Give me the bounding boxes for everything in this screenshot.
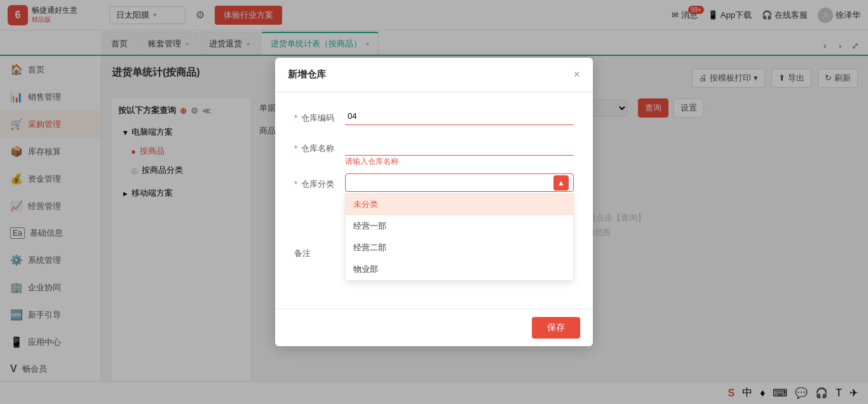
code-input[interactable]	[345, 107, 574, 125]
modal-overlay[interactable]: 新增仓库 × * 仓库编码 * 仓库名称 请输入仓库名称	[0, 0, 868, 404]
form-row-code: * 仓库编码	[294, 107, 574, 125]
dropdown-item-dept3[interactable]: 物业部	[346, 259, 573, 280]
warehouse-modal: 新增仓库 × * 仓库编码 * 仓库名称 请输入仓库名称	[275, 58, 593, 346]
category-label: * 仓库分类	[294, 173, 345, 190]
category-select-wrapper: ▲ 未分类 经营一部 经营二部 物业部	[345, 173, 574, 192]
name-label: * 仓库名称	[294, 138, 345, 154]
dropdown-item-dept1[interactable]: 经营一部	[346, 215, 573, 237]
code-label: * 仓库编码	[294, 107, 345, 124]
form-row-name: * 仓库名称 请输入仓库名称	[294, 138, 574, 156]
name-error-tip: 请输入仓库名称	[345, 156, 398, 167]
modal-title: 新增仓库	[288, 69, 326, 81]
form-row-category: * 仓库分类 ▲ 未分类 经营一部 经营二部 物业部	[294, 173, 574, 192]
save-button[interactable]: 保存	[532, 317, 580, 339]
modal-close-button[interactable]: ×	[573, 68, 580, 81]
category-input[interactable]	[345, 173, 574, 192]
modal-header: 新增仓库 ×	[275, 58, 593, 92]
dropdown-item-dept2[interactable]: 经营二部	[346, 237, 573, 259]
dropdown-item-none[interactable]: 未分类	[346, 194, 573, 215]
name-input[interactable]	[345, 138, 574, 156]
modal-body: * 仓库编码 * 仓库名称 请输入仓库名称 *	[275, 92, 593, 309]
notes-label: 备注	[294, 243, 345, 259]
modal-footer: 保存	[275, 309, 593, 346]
category-dropdown: 未分类 经营一部 经营二部 物业部	[345, 193, 574, 281]
category-arrow-icon[interactable]: ▲	[553, 175, 569, 191]
